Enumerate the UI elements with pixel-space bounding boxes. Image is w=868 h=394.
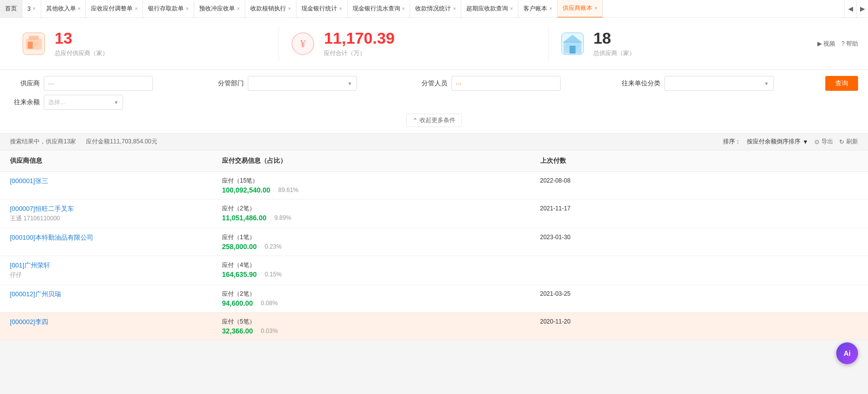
svg-text:¥: ¥ xyxy=(300,37,306,50)
close-icon[interactable]: × xyxy=(339,6,342,11)
trans-percent-0: 89.61% xyxy=(278,187,298,194)
header-supplier: 供应商信息 xyxy=(10,156,222,165)
close-icon[interactable]: × xyxy=(288,6,291,11)
trans-label-5: 应付（5笔） xyxy=(222,318,540,326)
filter-row-2: 往来余额 选择... ▼ xyxy=(10,95,858,110)
category-input[interactable]: ▼ xyxy=(664,76,774,91)
supplier-table: 供应商信息 应付交易信息（占比） 上次付数 [000001]张三 应付（15笔）… xyxy=(0,150,868,340)
refresh-button[interactable]: ↻ 刷新 xyxy=(839,137,858,146)
nav-tab-collection[interactable]: 收款核销执行 × xyxy=(245,0,296,18)
supplier-cell-2: [000100]本特勤油品有限公司 xyxy=(10,233,222,242)
transaction-cell-1: 应付（2笔） 11,051,486.00 9.89% xyxy=(222,204,540,222)
dept-dropdown-icon: ▼ xyxy=(348,81,353,86)
nav-arrows: ◀ ▶ xyxy=(844,0,868,18)
supplier-input[interactable]: ··· xyxy=(44,76,153,91)
close-icon[interactable]: × xyxy=(402,6,405,11)
export-button[interactable]: ⊙ 导出 xyxy=(814,137,833,146)
nav-tab-collection-stats[interactable]: 收款情况统计 × xyxy=(410,0,461,18)
supplier-input-dots: ··· xyxy=(48,79,54,87)
supplier-link-2[interactable]: [000100]本特勤油品有限公司 xyxy=(10,234,93,241)
nav-tab-overdue-label: 超期应收款查询 xyxy=(466,4,508,13)
result-info: 搜索结果中，供应商13家 应付金额111,703,854.00元 xyxy=(10,137,157,146)
export-label: 导出 xyxy=(821,137,833,146)
header-lastpay: 上次付数 xyxy=(540,156,752,165)
dept-input[interactable]: ▼ xyxy=(248,76,357,91)
table-row: [000012]广州贝瑞 应付（2笔） 94,600.00 0.08% 2021… xyxy=(0,285,868,313)
person-input[interactable]: ··· xyxy=(451,76,561,91)
supplier-link-0[interactable]: [000001]张三 xyxy=(10,177,48,185)
close-icon[interactable]: × xyxy=(549,6,552,11)
top-navigation: 首页 3 × 其他收入单 × 应收应付调整单 × 银行存取款单 × 预收冲应收单… xyxy=(0,0,868,18)
supplier-link-3[interactable]: [001]广州荣轩 xyxy=(10,262,50,269)
search-button[interactable]: 查询 xyxy=(825,76,858,91)
collapse-label: 收起更多条件 xyxy=(420,116,455,125)
dept-filter-label: 分管部门 xyxy=(214,79,244,88)
stat-info-payable: 13 总应付供应商（家） xyxy=(55,30,108,58)
svg-rect-11 xyxy=(566,45,570,49)
stat-card-payable-suppliers: 13 总应付供应商（家） xyxy=(10,26,279,62)
filter-item-category: 往来单位分类 ▼ xyxy=(622,76,816,91)
close-icon[interactable]: × xyxy=(186,6,189,11)
table-row: [000100]本特勤油品有限公司 应付（1笔） 258,000.00 0.23… xyxy=(0,228,868,256)
header-transaction: 应付交易信息（占比） xyxy=(222,156,540,165)
category-dropdown-icon: ▼ xyxy=(764,81,769,86)
trans-amount-1[interactable]: 11,051,486.00 xyxy=(222,214,267,222)
nav-tab-cash-bank-stats[interactable]: 现金银行统计 × xyxy=(296,0,348,18)
nav-next-arrow[interactable]: ▶ xyxy=(856,0,868,18)
filter-row-1: 供应商 ··· 分管部门 ▼ 分管人员 ··· 往来单位分类 ▼ xyxy=(10,76,858,91)
supplier-link-1[interactable]: [000007]恒旺二手叉车 xyxy=(10,205,74,212)
close-icon[interactable]: × xyxy=(510,6,513,11)
nav-tab-home[interactable]: 首页 xyxy=(0,0,22,18)
supplier-cell-5: [000002]李四 xyxy=(10,318,222,327)
result-amount: 应付金额111,703,854.00元 xyxy=(86,137,157,146)
close-icon[interactable]: × xyxy=(33,6,36,11)
nav-tab-advance[interactable]: 预收冲应收单 × xyxy=(194,0,245,18)
collapse-filters-button[interactable]: ⌃ 收起更多条件 xyxy=(406,114,462,127)
last-pay-date-1: 2021-11-17 xyxy=(540,205,571,212)
trans-amount-4[interactable]: 94,600.00 xyxy=(222,299,253,307)
store-icon xyxy=(559,30,586,58)
trans-amount-3[interactable]: 164,635.90 xyxy=(222,270,257,278)
filter-item-supplier: 供应商 ··· xyxy=(10,76,204,91)
trans-amount-5[interactable]: 32,366.00 xyxy=(222,327,253,335)
nav-tab-overdue[interactable]: 超期应收款查询 × xyxy=(461,0,518,18)
close-icon[interactable]: × xyxy=(78,6,81,11)
nav-tab-supplier-ledger[interactable]: 供应商账本 × xyxy=(558,0,603,18)
filter-item-dept: 分管部门 ▼ xyxy=(214,76,408,91)
video-link[interactable]: ▶ 视频 xyxy=(817,40,835,48)
filter-item-balance: 往来余额 选择... ▼ xyxy=(10,95,858,110)
supplier-icon xyxy=(20,30,48,58)
balance-input[interactable]: 选择... ▼ xyxy=(44,95,123,110)
supplier-link-5[interactable]: [000002]李四 xyxy=(10,318,48,326)
table-row: [000007]恒旺二手叉车 王通 17106110000 应付（2笔） 11,… xyxy=(0,199,868,228)
nav-tab-adjust-label: 应收应付调整单 xyxy=(91,4,133,13)
stat-info-all-suppliers: 18 总供应商（家） xyxy=(593,30,635,58)
nav-tab-bank[interactable]: 银行存取款单 × xyxy=(143,0,194,18)
trans-amount-2[interactable]: 258,000.00 xyxy=(222,243,257,251)
stat-label-payable: 总应付供应商（家） xyxy=(55,49,108,58)
trans-label-3: 应付（4笔） xyxy=(222,261,540,269)
close-icon[interactable]: × xyxy=(453,6,456,11)
nav-tab-adjust[interactable]: 应收应付调整单 × xyxy=(86,0,143,18)
header-links: ▶ 视频 ? 帮助 xyxy=(817,40,858,48)
sort-select[interactable]: 按应付余额倒序排序 ▼ xyxy=(747,137,808,146)
nav-tab-3[interactable]: 3 × xyxy=(22,0,41,18)
nav-tab-customer-ledger[interactable]: 客户账本 × xyxy=(518,0,558,18)
trans-percent-5: 0.03% xyxy=(261,328,278,334)
trans-amount-0[interactable]: 100,092,540.00 xyxy=(222,186,270,194)
svg-rect-10 xyxy=(570,46,576,54)
help-link[interactable]: ? 帮助 xyxy=(841,40,858,48)
export-icon: ⊙ xyxy=(814,138,819,145)
nav-prev-arrow[interactable]: ◀ xyxy=(844,0,856,18)
nav-tab-cash-flow[interactable]: 现金银行流水查询 × xyxy=(348,0,411,18)
ai-button[interactable]: Ai xyxy=(836,342,858,364)
close-icon[interactable]: × xyxy=(237,6,240,11)
supplier-cell-1: [000007]恒旺二手叉车 王通 17106110000 xyxy=(10,204,222,223)
close-icon[interactable]: × xyxy=(594,5,597,11)
table-header-row: 供应商信息 应付交易信息（占比） 上次付数 xyxy=(0,150,868,172)
result-actions: 排序： 按应付余额倒序排序 ▼ ⊙ 导出 ↻ 刷新 xyxy=(723,137,858,146)
nav-tab-other-income[interactable]: 其他收入单 × xyxy=(41,0,86,18)
supplier-link-4[interactable]: [000012]广州贝瑞 xyxy=(10,290,61,298)
close-icon[interactable]: × xyxy=(135,6,138,11)
stat-number-payable: 13 xyxy=(55,30,108,47)
